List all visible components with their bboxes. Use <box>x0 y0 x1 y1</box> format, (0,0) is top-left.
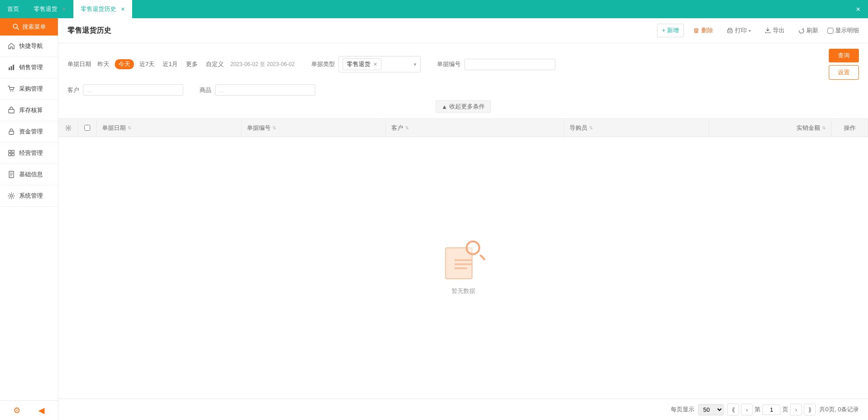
th-operation-label: 操作 <box>844 124 856 132</box>
show-detail-checkbox[interactable] <box>827 28 833 34</box>
date-shortcuts: 昨天 今天 近7天 近1月 更多 自定义 <box>95 59 226 69</box>
svg-rect-9 <box>9 150 11 153</box>
per-page-select[interactable]: 10 20 50 100 <box>698 404 724 415</box>
date-range-display: 2023-06-02 至 2023-06-02 <box>230 61 294 68</box>
tab-home[interactable]: 首页 <box>0 0 26 18</box>
setting-button[interactable]: 设置 <box>829 65 859 80</box>
th-amount-label: 实销金额 <box>796 124 820 132</box>
export-button[interactable]: 导出 <box>760 24 789 37</box>
th-settings[interactable] <box>58 119 78 137</box>
date-btn-today[interactable]: 今天 <box>115 59 134 69</box>
date-btn-more[interactable]: 更多 <box>183 59 200 69</box>
magnifier-shape <box>466 241 486 261</box>
collapse-sidebar-icon[interactable]: ◀ <box>38 405 45 415</box>
sidebar-item-basic-info[interactable]: 基础信息 <box>0 164 58 185</box>
doc-type-select[interactable]: 零售退货 ✕ ▾ <box>339 56 421 72</box>
collapse-filter-button[interactable]: ▲ 收起更多条件 <box>436 100 491 113</box>
th-customer[interactable]: 客户 ⇅ <box>386 119 564 137</box>
th-checkbox[interactable] <box>78 119 97 137</box>
new-button[interactable]: + 新增 <box>657 24 684 37</box>
sidebar-search-label: 搜索菜单 <box>22 23 46 31</box>
delete-label: 删除 <box>701 26 713 35</box>
goods-label: 商品 <box>200 86 211 94</box>
th-operation: 操作 <box>832 119 868 137</box>
refresh-button[interactable]: 刷新 <box>794 24 823 37</box>
date-btn-7days[interactable]: 近7天 <box>137 59 157 69</box>
select-all-checkbox[interactable] <box>84 125 90 131</box>
print-icon <box>727 27 733 34</box>
th-doc-number[interactable]: 单据编号 ⇅ <box>241 119 386 137</box>
home-icon <box>7 42 15 50</box>
customer-select[interactable]: ... <box>83 84 183 96</box>
goods-select[interactable]: ... <box>215 84 315 96</box>
empty-text: 暂无数据 <box>452 287 475 295</box>
svg-rect-11 <box>9 154 11 156</box>
empty-state: 暂无数据 <box>441 241 486 295</box>
sidebar-item-quick-nav[interactable]: 快捷导航 <box>0 36 58 57</box>
export-icon <box>765 27 771 34</box>
tab-retail-return[interactable]: 零售退货 ✕ <box>26 0 73 18</box>
empty-illustration <box>441 241 486 282</box>
th-doc-date[interactable]: 单据日期 ⇅ <box>97 119 241 137</box>
th-guide-label: 导购员 <box>570 124 587 132</box>
tab-retail-return-history[interactable]: 零售退货历史 ✕ <box>73 0 132 18</box>
collapse-filter-label: 收起更多条件 <box>449 102 485 111</box>
settings-bottom-icon[interactable]: ⚙ <box>13 405 21 415</box>
page-first-btn[interactable]: ⟪ <box>727 404 739 415</box>
page-last-btn[interactable]: ⟫ <box>804 404 816 415</box>
svg-point-20 <box>67 127 69 129</box>
sidebar-item-purchase-mgmt[interactable]: 采购管理 <box>0 78 58 100</box>
sidebar-item-sys-mgmt[interactable]: 系统管理 <box>0 185 58 207</box>
doc-type-remove[interactable]: ✕ <box>373 61 377 67</box>
sidebar-item-finance[interactable]: 资金管理 <box>0 121 58 143</box>
sidebar-item-inventory[interactable]: 库存核算 <box>0 100 58 121</box>
sidebar-item-operation[interactable]: 经营管理 <box>0 143 58 164</box>
doc-icon <box>7 170 15 179</box>
date-btn-1month[interactable]: 近1月 <box>160 59 180 69</box>
filter-doc-number: 单据编号 <box>437 59 555 70</box>
query-button[interactable]: 查询 <box>829 49 859 62</box>
sidebar-item-purchase-mgmt-label: 采购管理 <box>19 85 43 93</box>
date-btn-custom[interactable]: 自定义 <box>203 59 226 69</box>
tab-retail-return-close[interactable]: ✕ <box>62 6 66 12</box>
delete-icon <box>693 27 699 34</box>
table-area: 单据日期 ⇅ 单据编号 ⇅ 客户 ⇅ 导购员 ⇅ 实销金额 ⇅ <box>58 119 868 399</box>
topbar-close[interactable]: ✕ <box>856 6 861 13</box>
svg-point-6 <box>12 91 13 92</box>
sidebar-item-operation-label: 经营管理 <box>19 149 43 157</box>
filter-doc-date: 单据日期 昨天 今天 近7天 近1月 更多 自定义 2023-06-02 至 2… <box>67 59 295 69</box>
customer-label: 客户 <box>67 86 79 94</box>
per-page-label: 每页显示 <box>671 405 694 414</box>
page-next-btn[interactable]: › <box>790 404 802 415</box>
sort-amount-icon: ⇅ <box>822 125 826 130</box>
show-detail-label[interactable]: 显示明细 <box>827 26 859 35</box>
svg-point-5 <box>10 91 11 92</box>
box-icon <box>7 106 15 114</box>
filter-row-1: 单据日期 昨天 今天 近7天 近1月 更多 自定义 2023-06-02 至 2… <box>67 49 859 80</box>
th-amount[interactable]: 实销金额 ⇅ <box>709 119 832 137</box>
settings-icon <box>65 124 72 132</box>
tab-retail-return-history-close[interactable]: ✕ <box>121 6 125 12</box>
doc-type-chevron: ▾ <box>414 61 416 67</box>
sidebar-item-sales-mgmt[interactable]: 销售管理 <box>0 57 58 78</box>
print-label: 打印 <box>735 26 747 35</box>
collapse-up-icon: ▲ <box>442 103 447 110</box>
doc-type-label: 单据类型 <box>311 60 335 68</box>
page-prev-btn[interactable]: ‹ <box>741 404 753 415</box>
sidebar-item-sales-mgmt-label: 销售管理 <box>19 63 43 72</box>
search-icon <box>12 23 20 31</box>
svg-rect-19 <box>729 31 731 31</box>
th-customer-label: 客户 <box>391 124 403 132</box>
th-guide[interactable]: 导购员 ⇅ <box>564 119 709 137</box>
tab-list: 首页 零售退货 ✕ 零售退货历史 ✕ <box>0 0 856 18</box>
page-input[interactable] <box>762 405 781 415</box>
show-detail-text: 显示明细 <box>835 26 859 35</box>
date-btn-yesterday[interactable]: 昨天 <box>95 59 112 69</box>
delete-button[interactable]: 删除 <box>688 24 718 37</box>
print-button[interactable]: 打印 ▾ <box>722 24 755 37</box>
sidebar-item-inventory-label: 库存核算 <box>19 106 43 114</box>
doc-number-input[interactable] <box>464 59 555 70</box>
sidebar-search[interactable]: 搜索菜单 <box>0 18 58 36</box>
filter-goods: 商品 ... <box>200 84 315 96</box>
page-actions: + 新增 删除 打印 ▾ 导出 刷新 <box>657 24 859 37</box>
